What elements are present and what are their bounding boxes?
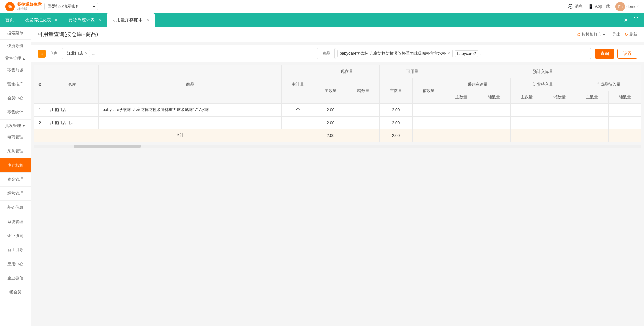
product-tag-babycare[interactable]: babycare学饮杯 儿童防摔防撞吸管杯重力球吸嘴杯宝宝水杯 ✕	[337, 50, 453, 57]
tab-home[interactable]: 首页	[0, 13, 19, 27]
sidebar-item-finance-mgmt[interactable]: 资金管理	[0, 173, 31, 187]
td-available-main: 2.00	[380, 117, 412, 129]
td-available-aux	[412, 117, 445, 129]
th-goods-main: 主数量	[511, 91, 543, 104]
th-current-aux-qty: 辅数量	[347, 78, 379, 104]
print-template-btn[interactable]: 🖨 按模板打印 ▾	[576, 32, 605, 37]
th-warehouse: 仓库	[46, 65, 99, 104]
td-current-aux	[347, 117, 379, 129]
product-tag-babycare2[interactable]: babycare?	[455, 50, 478, 57]
tab-close-order-stats[interactable]: ✕	[98, 18, 101, 22]
export-icon: ↑	[609, 32, 611, 37]
sidebar-item-inventory-mgmt[interactable]: 库存核算	[0, 158, 31, 173]
td-unit: 个	[282, 104, 314, 117]
td-total-label: 合计	[46, 129, 314, 142]
td-product	[99, 117, 282, 129]
product-filter-label: 商品	[322, 51, 330, 56]
sidebar-item-new-guide[interactable]: 新手引导	[0, 243, 31, 257]
tab-order-stats[interactable]: 要货单统计表 ✕	[63, 13, 107, 27]
print-icon: 🖨	[576, 32, 580, 37]
table-footer-row: 合计 2.00 2.00	[34, 129, 641, 142]
td-available-aux	[412, 104, 445, 117]
td-goods-pending-main	[511, 104, 543, 117]
tab-close-receipt-summary[interactable]: ✕	[54, 18, 58, 22]
top-bar-left: 畅 畅捷通好生意 标准版 母婴行业演示账套 ▾	[5, 2, 98, 11]
td-total-prod-main	[576, 129, 608, 142]
th-expected-inbound: 预计入库量	[445, 65, 641, 78]
tab-available-stock[interactable]: 可用量库存账本 ✕	[107, 13, 155, 27]
tab-bar: 首页 收发存汇总表 ✕ 要货单统计表 ✕ 可用量库存账本 ✕ ✕ ⛶	[0, 13, 644, 27]
sidebar-item-purchase-mgmt[interactable]: 采购管理	[0, 144, 31, 158]
page-header: 可用量查询(按仓库+商品) 🖨 按模板打印 ▾ ↑ 导出 ↻ 刷新	[31, 27, 644, 42]
filter-bar: » 仓库 江北门店 ✕ ... 商品 babycare学饮杯 儿童防摔防撞吸管杯…	[31, 45, 644, 62]
message-btn[interactable]: 💬 消息	[568, 4, 583, 9]
td-prod-pending-main	[576, 104, 608, 117]
sidebar-item-ecommerce-mgmt[interactable]: 电商管理	[0, 130, 31, 144]
th-goods-aux: 辅数量	[543, 91, 576, 104]
page-title: 可用量查询(按仓库+商品)	[38, 31, 98, 38]
th-product: 商品	[99, 65, 282, 104]
brand-logo: 畅	[5, 2, 15, 11]
export-btn[interactable]: ↑ 导出	[609, 32, 621, 37]
filter-row: 仓库 江北门店 ✕ ... 商品 babycare学饮杯 儿童防摔防撞吸管杯重力…	[50, 48, 591, 59]
th-settings[interactable]: ⚙	[34, 65, 46, 104]
product-tag-remove[interactable]: ✕	[447, 51, 450, 56]
sidebar: 搜索菜单 快捷导航 零售管理 ▲ 零售商城 营销推广 会员中心 零售统计 批发管…	[0, 27, 31, 326]
sidebar-item-ops-mgmt[interactable]: 经营管理	[0, 187, 31, 201]
settings-btn[interactable]: 设置	[617, 49, 637, 59]
sidebar-item-enterprise-collab[interactable]: 企业协同	[0, 229, 31, 243]
sidebar-item-retail-mall[interactable]: 零售商城	[0, 63, 31, 77]
sidebar-search[interactable]: 搜索菜单	[0, 27, 31, 40]
warehouse-filter-input[interactable]: 江北门店 ✕ ...	[62, 48, 318, 59]
user-profile[interactable]: Ea demo2	[615, 2, 639, 11]
refresh-icon: ↻	[625, 32, 628, 37]
sidebar-item-app-center[interactable]: 应用中心	[0, 257, 31, 271]
th-pur-main: 主数量	[445, 91, 478, 104]
th-prod-main: 主数量	[576, 91, 608, 104]
product-more: ...	[480, 51, 484, 56]
sidebar-quick-nav[interactable]: 快捷导航	[0, 40, 31, 52]
tab-bar-actions: ✕ ⛶	[622, 16, 644, 25]
scrollbar-thumb[interactable]	[74, 145, 141, 148]
th-production-pending: 产成品待入量	[576, 78, 641, 91]
refresh-btn[interactable]: ↻ 刷新	[625, 32, 637, 37]
industry-selector[interactable]: 母婴行业演示账套 ▾	[44, 3, 98, 10]
sidebar-item-basic-info[interactable]: 基础信息	[0, 201, 31, 215]
td-total-available-aux	[412, 129, 445, 142]
avatar: Ea	[615, 2, 625, 11]
td-prod-pending-main	[576, 117, 608, 129]
td-pur-transit-main	[445, 117, 478, 129]
content-area: 可用量查询(按仓库+商品) 🖨 按模板打印 ▾ ↑ 导出 ↻ 刷新 »	[31, 27, 644, 326]
tab-receipt-summary[interactable]: 收发存汇总表 ✕	[19, 13, 63, 27]
app-download-btn[interactable]: 📱 App下载	[588, 4, 610, 9]
header-actions: 🖨 按模板打印 ▾ ↑ 导出 ↻ 刷新	[576, 32, 637, 37]
warehouse-more: ...	[92, 51, 95, 56]
sidebar-item-retail-stats[interactable]: 零售统计	[0, 105, 31, 120]
th-goods-pending: 进货待入量	[511, 78, 576, 91]
sidebar-item-member-center[interactable]: 会员中心	[0, 91, 31, 105]
warehouse-tag-jiangbei[interactable]: 江北门店 ✕	[65, 50, 90, 57]
sidebar-item-marketing[interactable]: 营销推广	[0, 77, 31, 91]
td-goods-pending-aux	[543, 117, 576, 129]
brand-name: 畅捷通好生意	[17, 2, 42, 7]
sidebar-item-system-mgmt[interactable]: 系统管理	[0, 215, 31, 229]
tab-close-available-stock[interactable]: ✕	[146, 18, 149, 22]
query-btn[interactable]: 查询	[595, 49, 614, 59]
product-filter-input[interactable]: babycare学饮杯 儿童防摔防撞吸管杯重力球吸嘴杯宝宝水杯 ✕ babyca…	[334, 48, 591, 59]
sidebar-item-retail-mgmt[interactable]: 零售管理 ▲	[0, 52, 31, 63]
td-total-pur-aux	[478, 129, 510, 142]
filter-expand-btn[interactable]: »	[38, 50, 46, 58]
td-total-available-main: 2.00	[380, 129, 412, 142]
td-current-aux	[347, 104, 379, 117]
sidebar-item-enterprise-wechat[interactable]: 企业微信	[0, 271, 31, 285]
warehouse-tag-remove[interactable]: ✕	[85, 51, 88, 56]
sidebar-item-wholesale-mgmt[interactable]: 批发管理 ▼	[0, 120, 31, 130]
fullscreen-btn[interactable]: ⛶	[632, 16, 640, 25]
sidebar-item-vip-member[interactable]: 畅会员	[0, 285, 31, 299]
close-all-tabs-btn[interactable]: ✕	[622, 16, 629, 25]
data-table: ⚙ 仓库 商品 主计量 现存量	[34, 65, 641, 142]
td-total-pur-main	[445, 129, 478, 142]
horizontal-scrollbar[interactable]	[34, 145, 641, 148]
td-prod-pending-aux	[608, 117, 641, 129]
td-pur-transit-main	[445, 104, 478, 117]
